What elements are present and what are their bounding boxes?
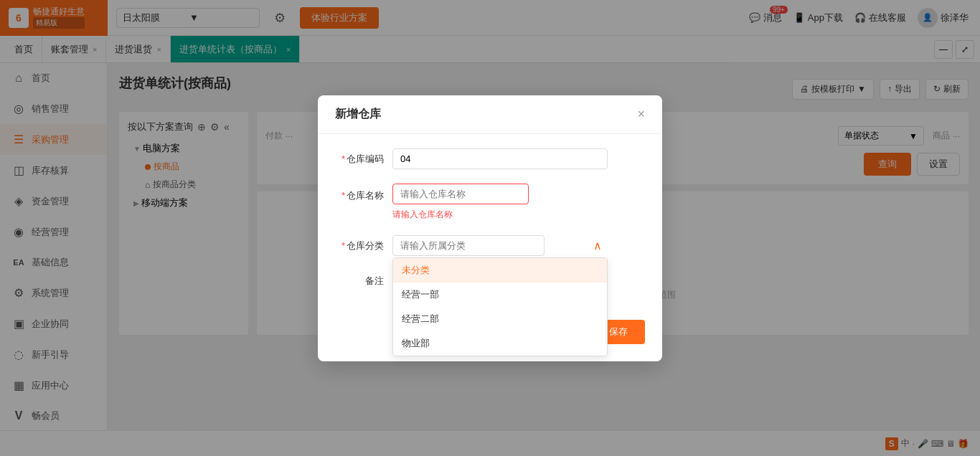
code-input[interactable] — [392, 148, 608, 169]
category-toggle-icon[interactable]: ∧ — [593, 239, 602, 252]
note-label: 备注 — [335, 270, 392, 288]
code-label: *仓库编码 — [335, 148, 392, 166]
category-wrap: ∧ 未分类 经营一部 经营二部 物业部 — [392, 235, 608, 256]
form-row-name: *仓库名称 请输入仓库名称 — [335, 184, 645, 221]
name-label: *仓库名称 — [335, 185, 392, 202]
name-field-wrap — [392, 184, 529, 204]
dropdown-item-property[interactable]: 物业部 — [393, 331, 607, 356]
category-label: *仓库分类 — [335, 235, 392, 252]
category-input[interactable] — [392, 235, 545, 256]
dialog-title: 新增仓库 — [335, 107, 381, 122]
name-input[interactable] — [392, 184, 529, 204]
form-row-code: *仓库编码 — [335, 148, 645, 169]
dialog-body: *仓库编码 *仓库名称 请输入仓库名称 — [318, 134, 662, 320]
dialog-header: 新增仓库 × — [318, 95, 662, 134]
form-row-category: *仓库分类 ∧ 未分类 经营一部 经营二部 — [335, 235, 645, 256]
dialog-close-icon[interactable]: × — [637, 107, 645, 122]
dialog-add-warehouse: 新增仓库 × *仓库编码 *仓库名称 — [318, 95, 662, 361]
modal-overlay: 新增仓库 × *仓库编码 *仓库名称 — [0, 0, 980, 456]
dropdown-item-dept1[interactable]: 经营一部 — [393, 282, 607, 307]
category-dropdown: 未分类 经营一部 经营二部 物业部 — [392, 257, 608, 356]
name-error-text: 请输入仓库名称 — [392, 209, 453, 219]
dropdown-item-none[interactable]: 未分类 — [393, 258, 607, 282]
dropdown-item-dept2[interactable]: 经营二部 — [393, 307, 607, 331]
